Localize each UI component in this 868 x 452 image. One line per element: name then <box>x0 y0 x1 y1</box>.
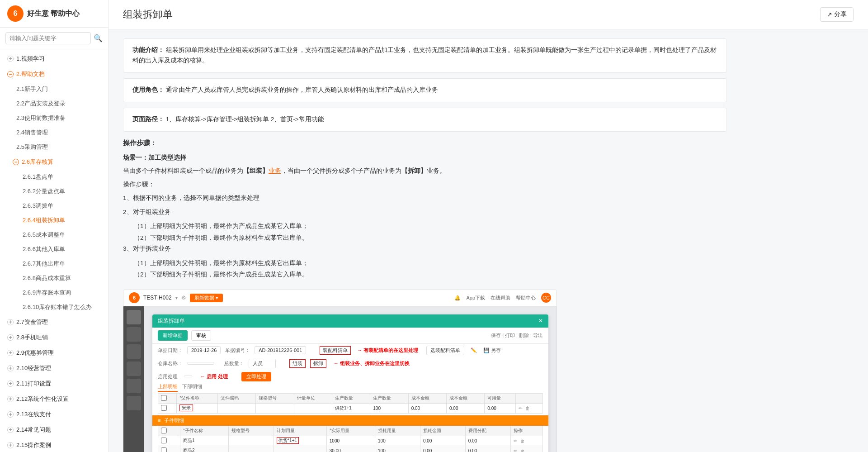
mock-lower-tab[interactable]: 下部明细 <box>182 383 202 392</box>
mock-edit-row-icon[interactable]: ✏ <box>519 406 522 411</box>
sidebar-item-sales[interactable]: 2.4销售管理 <box>0 125 108 140</box>
assembly-step2: （2）下部明细为子件明细，最终作为原材料生成某它出库单。 <box>134 232 727 244</box>
sidebar-item-payment[interactable]: + 2.13在线支付 <box>0 407 108 422</box>
mock-delete-row-icon[interactable]: 🗑 <box>525 406 530 411</box>
search-input[interactable] <box>5 32 91 44</box>
mock-ltd-ops: ✏ 🗑 <box>510 436 542 446</box>
mock-ltd-alloc2: 0.00 <box>465 446 510 452</box>
mock-row-check[interactable] <box>161 405 167 411</box>
mock-ltd-del-icon[interactable]: 🗑 <box>520 438 525 443</box>
mock-close-icon[interactable]: ✕ <box>538 318 543 324</box>
mock-dialog-title-text: 组装拆卸单 <box>158 317 185 325</box>
mock-lth-plan: 计划用量 <box>274 426 327 436</box>
mock-ltd-edit-icon[interactable]: ✏ <box>514 438 517 443</box>
mock-select-list-btn[interactable]: 选装配料清单 <box>426 346 464 355</box>
scene1-desc: 当由多个子件材料组装成一个成品的业务为【组装】业务，当由一个父件拆分成多个子产品… <box>123 166 727 176</box>
mock-lower-row-check[interactable] <box>161 438 167 443</box>
mock-lth-loss: 损耗用量 <box>375 426 420 436</box>
share-label: 分享 <box>834 10 847 19</box>
sidebar-item-new[interactable]: 2.1新手入门 <box>0 82 108 96</box>
sidebar-item-outbound[interactable]: 2.6.7其他出库单 <box>0 257 108 271</box>
sidebar-item-print[interactable]: + 2.11打印设置 <box>0 376 108 391</box>
sidebar-header: 6 好生意 帮助中心 <box>0 0 108 28</box>
disassembly-step2: （2）下部明细为子件明细，最终作为产成品生成某它入库单。 <box>134 269 727 281</box>
mock-section-bar: ≡ 子件明细 <box>152 415 548 426</box>
mock-enable-field[interactable] <box>184 376 192 377</box>
step2: 2、对于组装业务 <box>123 207 727 218</box>
sidebar-item-costcalc[interactable]: 2.6.8商品成本重算 <box>0 271 108 285</box>
mock-lower-row-check2[interactable] <box>161 447 167 452</box>
minus-icon: − <box>7 71 14 77</box>
content-area: 功能介绍： 组装拆卸单用来处理企业组装或拆卸等加工业务，支持有固定装配清单的产品… <box>108 29 741 452</box>
mock-date-field[interactable]: 2019-12-26 <box>187 346 221 354</box>
mock-upper-tab[interactable]: 上部明细 <box>158 383 178 392</box>
disassembly-step1: （1）上部明细为父件明细，最终作为原材料生成某它出库单； <box>134 257 727 269</box>
mock-refresh-button[interactable]: 刷新数据 ▾ <box>190 294 223 302</box>
sidebar-item-assembly[interactable]: 2.6.4组装拆卸单 <box>0 213 108 228</box>
mock-lower-select-all[interactable] <box>161 428 167 433</box>
mock-dialog-title: 组装拆卸单 ✕ <box>152 314 548 328</box>
mock-select-all[interactable] <box>161 395 167 401</box>
share-icon: ↗ <box>827 11 832 18</box>
mock-th-checkbox <box>158 393 177 403</box>
mock-th-prod-qty: 生产数量 <box>332 393 370 403</box>
mock-td-spec <box>256 403 294 413</box>
sidebar-item-label: 2.9优惠券管理 <box>16 349 54 357</box>
mock-ltd-ops2: ✏ 🗑 <box>510 446 542 452</box>
sidebar-item-split[interactable]: 2.6.2分量盘点单 <box>0 184 108 199</box>
sidebar-item-docs[interactable]: − 2.帮助文档 <box>0 67 108 82</box>
mock-tab-new[interactable]: 新增单据 <box>158 330 188 341</box>
mock-ltd-edit-icon2[interactable]: ✏ <box>514 448 517 452</box>
mock-save-btn[interactable]: 💾 另存 <box>483 347 501 354</box>
sidebar-item-cost[interactable]: 2.6.5成本调整单 <box>0 228 108 242</box>
sidebar-item-coupon[interactable]: + 2.9优惠券管理 <box>0 345 108 361</box>
sidebar-item-settings[interactable]: + 2.12系统个性化设置 <box>0 391 108 407</box>
sidebar-item-label: 2.12系统个性化设置 <box>16 395 69 403</box>
mock-assembly-list-field[interactable]: 装配料清单 <box>320 346 351 355</box>
mock-th-spec: 规格型号 <box>256 393 294 403</box>
mock-type-disassembly[interactable]: 拆卸 <box>310 359 326 368</box>
sidebar-item-stockerr[interactable]: 2.6.10库存账本错了怎么办 <box>0 300 108 314</box>
mock-home-icon <box>127 310 141 324</box>
scene1-title: 场景一：加工类型选择 <box>123 154 727 162</box>
sidebar-item-faq[interactable]: + 2.14常见问题 <box>0 422 108 438</box>
sidebar-item-transfer[interactable]: 2.6.3调拨单 <box>0 199 108 213</box>
sidebar-item-mobile[interactable]: + 2.8手机旺铺 <box>0 330 108 345</box>
sidebar-item-stocktake[interactable]: 2.6.1盘点单 <box>0 170 108 184</box>
mock-tab-audit[interactable]: 审核 <box>191 330 211 341</box>
mock-type-assembly[interactable]: 组装 <box>289 359 306 368</box>
sidebar-item-video[interactable]: + 1.视频学习 <box>0 51 108 67</box>
search-button[interactable]: 🔍 <box>94 34 103 43</box>
mock-form-row1: 单据日期： 2019-12-26 单据编号： AD-201912226-001 … <box>152 344 548 357</box>
share-button[interactable]: ↗ 分享 <box>820 7 854 22</box>
plus-icon-ops: + <box>7 365 14 371</box>
path-label: 页面路径： <box>132 116 164 123</box>
sidebar-item-finance[interactable]: + 2.7资金管理 <box>0 314 108 330</box>
mock-edit-btn[interactable]: ✏️ <box>471 347 477 353</box>
sidebar-item-ops[interactable]: + 2.10经营管理 <box>0 361 108 376</box>
feature-text: 组装拆卸单用来处理企业组装或拆卸等加工业务，支持有固定装配清单的产品加工业务，也… <box>132 47 717 64</box>
mock-td-action: ✏ 🗑 <box>515 403 542 413</box>
mock-lth-cost: 损耗金额 <box>420 426 465 436</box>
mock-count-field[interactable]: 人员 <box>249 359 276 368</box>
assembly-link[interactable]: 业务 <box>269 167 281 174</box>
sidebar-item-inbound[interactable]: 2.6.6其他入库单 <box>0 242 108 257</box>
mock-no-field[interactable]: AD-201912226-001 <box>255 346 306 354</box>
mock-ltd-del-icon2[interactable]: 🗑 <box>520 448 525 452</box>
sidebar-item-inventory[interactable]: − 2.6库存核算 <box>0 154 108 170</box>
mock-plan-qty: 供货*1+1 <box>277 437 299 444</box>
mock-th-avail: 可用量 <box>485 393 515 403</box>
sidebar-item-install[interactable]: 2.2产品安装及登录 <box>0 96 108 111</box>
feature-label: 功能介绍： <box>132 47 164 53</box>
sidebar-item-cases[interactable]: + 2.15操作案例 <box>0 438 108 452</box>
mock-lth-spec: 规格型号 <box>229 426 274 436</box>
logo-icon: 6 <box>7 5 24 22</box>
mock-warehouse-field[interactable] <box>187 362 214 365</box>
sidebar: 6 好生意 帮助中心 🔍 + 1.视频学习 − 2.帮助文档 2.1新手入门 2… <box>0 0 108 452</box>
sidebar-item-purchase[interactable]: 2.5采购管理 <box>0 140 108 154</box>
sidebar-item-data[interactable]: 2.3使用前数据准备 <box>0 111 108 125</box>
mock-th-unit: 计量单位 <box>294 393 332 403</box>
mock-confirm-btn[interactable]: 立即处理 <box>241 372 271 381</box>
sidebar-item-stockquery[interactable]: 2.6.9库存账本查询 <box>0 285 108 300</box>
operations-title: 操作步骤： <box>123 139 727 147</box>
